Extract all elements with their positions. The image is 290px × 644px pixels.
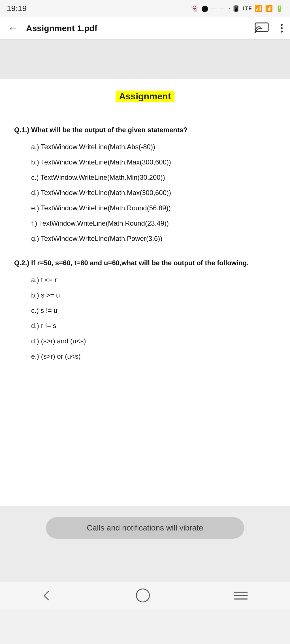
q1-item-e: e.) TextWindow.WriteLine(Math.Round(56.8… xyxy=(31,203,276,213)
question-1-header: Q.1.) What will be the output of the giv… xyxy=(14,125,276,135)
status-icons: 👻 ⬤ — — • 📳 LTE 📶 📶 🔋 xyxy=(191,5,283,12)
page-title: Assignment 1.pdf xyxy=(26,23,249,33)
q1-item-g: g.) TextWindow.WriteLine(Math.Power(3,6)… xyxy=(31,234,276,244)
status-time: 19:19 xyxy=(7,4,27,13)
vibrate-icon: 📳 xyxy=(233,5,240,12)
pdf-bottom-space xyxy=(14,376,276,489)
top-bar: ← Assignment 1.pdf xyxy=(0,17,290,40)
q1-item-f: f.) TextWindow.WriteLine(Math.Round(23.4… xyxy=(31,218,276,228)
dot3 xyxy=(281,31,283,33)
dot2 xyxy=(281,27,283,29)
back-arrow-icon: ← xyxy=(8,22,18,34)
nav-menu-button[interactable] xyxy=(225,587,257,604)
nav-home-icon xyxy=(135,588,151,603)
svg-point-1 xyxy=(255,32,256,33)
question-2-header: Q.2.) If r=50, s=60, t=80 and u=60,what … xyxy=(14,258,276,268)
notification-icon: 👻 xyxy=(191,5,199,12)
overflow-menu-button[interactable] xyxy=(279,22,284,34)
question-1-block: Q.1.) What will be the output of the giv… xyxy=(14,125,276,244)
battery-icon: 🔋 xyxy=(276,5,283,12)
q1-item-a: a.) TextWindow.WriteLine(Math.Abs(-80)) xyxy=(31,142,276,152)
notification-pill: Calls and notifications will vibrate xyxy=(46,517,244,539)
q2-item-d2: d.) (s>r) and (u<s) xyxy=(31,336,276,346)
back-button[interactable]: ← xyxy=(6,20,20,37)
below-notification-space xyxy=(0,547,290,581)
q2-item-d1: d.) r != s xyxy=(31,321,276,331)
pdf-title: Assignment xyxy=(116,91,174,102)
bottom-navigation xyxy=(0,581,290,609)
q2-item-e: e.) (s>r) or (u<s) xyxy=(31,351,276,361)
cast-icon xyxy=(255,22,269,33)
signal-icon: 📶 xyxy=(265,5,273,12)
cast-button[interactable] xyxy=(255,22,269,34)
dash1: — — xyxy=(211,5,226,12)
nav-back-icon xyxy=(41,589,53,603)
q1-item-b: b.) TextWindow.WriteLine(Math.Max(300,60… xyxy=(31,157,276,167)
pdf-title-wrapper: Assignment xyxy=(14,91,276,114)
lte-icon: LTE xyxy=(242,6,252,12)
pdf-content: Assignment Q.1.) What will be the output… xyxy=(0,79,290,506)
dot-icon: • xyxy=(229,7,230,10)
q1-item-d: d.) TextWindow.WriteLine(Math.Max(300,60… xyxy=(31,188,276,198)
question-2-block: Q.2.) If r=50, s=60, t=80 and u=60,what … xyxy=(14,258,276,361)
q2-item-c: c.) s != u xyxy=(31,305,276,316)
status-bar: 19:19 👻 ⬤ — — • 📳 LTE 📶 📶 🔋 xyxy=(0,0,290,17)
wifi-icon: 📶 xyxy=(255,5,262,12)
top-spacer xyxy=(0,40,290,79)
q2-item-a: a.) t <= r xyxy=(31,275,276,285)
svg-point-2 xyxy=(136,589,149,602)
nav-back-button[interactable] xyxy=(33,586,61,606)
nav-home-button[interactable] xyxy=(127,585,159,606)
q1-item-c: c.) TextWindow.WriteLine(Math.Min(30,200… xyxy=(31,172,276,183)
notification-bar: Calls and notifications will vibrate xyxy=(0,506,290,547)
notification-text: Calls and notifications will vibrate xyxy=(87,523,203,532)
dot1 xyxy=(281,24,283,26)
q2-item-b: b.) s >= u xyxy=(31,290,276,300)
nav-menu-icon xyxy=(233,590,249,601)
chat-icon: ⬤ xyxy=(201,5,208,12)
